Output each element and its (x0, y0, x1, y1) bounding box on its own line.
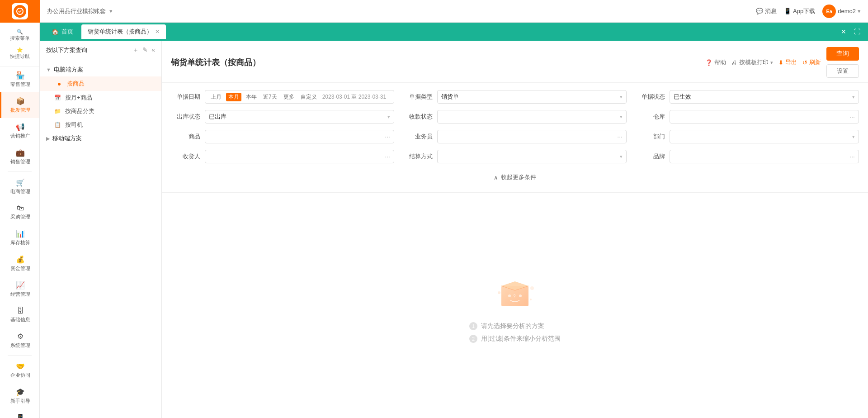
tab-close-all-btn[interactable]: ✕ (838, 26, 849, 37)
sidebar-item-finance[interactable]: 💰 资金管理 (0, 251, 39, 276)
filter-item-department: 部门 ▾ (636, 130, 859, 143)
date-tab-custom[interactable]: 自定义 (299, 93, 319, 101)
sidebar-item-inventory[interactable]: 📊 库存核算 (0, 225, 39, 251)
enterprise-label: 企业协同 (10, 372, 30, 379)
tree-item-by-month-goods[interactable]: 📅 按月+商品 (40, 91, 161, 104)
by-goods-cat-icon: 📁 (53, 108, 61, 114)
sidebar-item-ecom[interactable]: 🛒 电商管理 (0, 174, 39, 200)
desktop-scheme-group: ▼ 电脑端方案 ● 按商品 📅 按月+商品 📁 按商品分类 (40, 63, 161, 132)
delivery-value: 已出库 (209, 113, 387, 121)
tab-home[interactable]: 🏠 首页 (45, 24, 80, 39)
add-scheme-btn[interactable]: ＋ (132, 46, 139, 54)
svg-point-5 (508, 294, 511, 297)
collapse-chevron-icon: ∧ (494, 174, 498, 181)
purchase-icon: 🛍 (17, 204, 24, 212)
warehouse-dots-icon[interactable]: ··· (849, 113, 855, 120)
delivery-arrow-icon: ▾ (387, 114, 390, 120)
marketing-icon: 📢 (16, 123, 25, 131)
goods-control[interactable]: ··· (205, 130, 394, 143)
salesperson-control[interactable]: ··· (437, 130, 627, 143)
sidebar-item-retail[interactable]: 🏪 零售管理 (0, 66, 39, 92)
tab-close-btn[interactable]: ✕ (155, 28, 160, 35)
brand-dots-icon[interactable]: ··· (849, 153, 855, 160)
sidebar: 🔍 搜索菜单 ⭐ 快捷导航 🏪 零售管理 📦 批发管理 📢 营销推广 💼 销售管… (0, 0, 40, 418)
sidebar-item-purchase[interactable]: 🛍 采购管理 (0, 200, 39, 225)
tree-item-by-goods-cat[interactable]: 📁 按商品分类 (40, 104, 161, 118)
sidebar-item-marketing[interactable]: 📢 营销推广 (0, 118, 39, 144)
print-label: 按模板打印 (739, 58, 769, 66)
collapse-panel-btn[interactable]: « (151, 46, 155, 54)
settlement-control[interactable]: ▾ (437, 150, 627, 163)
export-btn[interactable]: ⬇ 导出 (778, 58, 797, 66)
goods-dots-icon[interactable]: ··· (385, 133, 390, 140)
star-icon: ⭐ (17, 47, 23, 53)
doctype-value: 销货单 (441, 93, 620, 101)
delivery-label: 出库状态 (171, 113, 200, 121)
date-filter-control[interactable]: 上月 本月 本年 近7天 更多 自定义 2023-03-01 至 2023-03… (205, 90, 394, 104)
refresh-btn[interactable]: ↺ 刷新 (802, 58, 821, 66)
sidebar-item-system[interactable]: ⚙ 系统管理 (0, 328, 39, 353)
basic-label: 基础信息 (10, 316, 30, 323)
dropdown-icon[interactable]: ▾ (109, 8, 113, 14)
date-tab-last-month[interactable]: 上月 (209, 93, 223, 101)
sidebar-item-operation[interactable]: 📈 经营管理 (0, 276, 39, 302)
svg-point-9 (530, 299, 532, 300)
edit-scheme-btn[interactable]: ✎ (142, 46, 148, 54)
query-settings-group: 查询 设置 (826, 47, 859, 78)
quick-nav-item[interactable]: ⭐ 快捷导航 (0, 44, 39, 62)
tree-item-by-cashier[interactable]: 📋 按司机 (40, 118, 161, 132)
mobile-scheme-header[interactable]: ▶ 移动端方案 (40, 132, 161, 145)
page-title: 销货单统计表（按商品） (171, 57, 260, 68)
filter-item-goods: 商品 ··· (171, 130, 394, 143)
collapse-btn[interactable]: ∧ 收起更多条件 (171, 170, 859, 185)
department-control[interactable]: ▾ (670, 130, 859, 143)
newbie-label: 新手引导 (10, 398, 30, 404)
empty-icon: ? (492, 268, 538, 313)
app-download-btn[interactable]: 📱 App下载 (784, 7, 815, 15)
print-dropdown-icon[interactable]: ▾ (770, 60, 773, 66)
filter-item-salesperson: 业务员 ··· (403, 130, 627, 143)
right-content: 销货单统计表（按商品） ❓ 帮助 🖨 按模板打印 ▾ ⬇ 导出 (162, 41, 868, 418)
industry-dropdown[interactable]: 办公用品行业模拟账套 (47, 7, 106, 15)
sidebar-item-sales[interactable]: 💼 销售管理 (0, 144, 39, 170)
topbar-left: 办公用品行业模拟账套 ▾ (47, 7, 113, 15)
settings-btn[interactable]: 设置 (826, 64, 859, 78)
by-cashier-icon: 📋 (53, 122, 61, 128)
left-panel-header-icons: ＋ ✎ « (132, 46, 155, 54)
sidebar-item-appcenter[interactable]: 📱 应用中心 (0, 409, 39, 418)
newbie-icon: 🎓 (16, 388, 25, 396)
sidebar-item-enterprise[interactable]: 🤝 企业协同 (0, 357, 39, 383)
message-btn[interactable]: 💬 消息 (756, 7, 777, 15)
date-tab-this-month[interactable]: 本月 (226, 93, 241, 101)
desktop-scheme-header[interactable]: ▼ 电脑端方案 (40, 63, 161, 76)
tab-maximize-btn[interactable]: ⛶ (852, 26, 863, 37)
settlement-arrow-icon: ▾ (620, 154, 623, 160)
collection-control[interactable]: ▾ (437, 110, 627, 124)
filter-row-4: 收货人 ··· 结算方式 ▾ (171, 150, 859, 163)
tree-item-by-goods[interactable]: ● 按商品 (40, 76, 161, 91)
delivery-control[interactable]: 已出库 ▾ (205, 110, 394, 124)
user-menu[interactable]: Ea demo2 ▾ (822, 5, 861, 18)
print-btn[interactable]: 🖨 按模板打印 ▾ (731, 58, 773, 66)
sidebar-item-basic[interactable]: 🗄 基础信息 (0, 302, 39, 328)
sidebar-item-wholesale[interactable]: 📦 批发管理 (0, 92, 39, 118)
warehouse-control[interactable]: ··· (670, 110, 859, 124)
recipient-control[interactable]: ··· (205, 150, 394, 163)
date-tab-this-year[interactable]: 本年 (244, 93, 259, 101)
date-tab-7days[interactable]: 近7天 (261, 93, 279, 101)
docstatus-control[interactable]: 已生效 ▾ (670, 90, 859, 104)
query-btn[interactable]: 查询 (826, 47, 859, 61)
search-menu-item[interactable]: 🔍 搜索菜单 (0, 26, 39, 44)
help-btn[interactable]: ❓ 帮助 (705, 58, 726, 66)
recipient-dots-icon[interactable]: ··· (385, 153, 390, 160)
date-tab-more[interactable]: 更多 (282, 93, 296, 101)
inventory-label: 库存核算 (10, 239, 30, 246)
collection-label: 收款状态 (403, 113, 433, 121)
tab-sales-stats[interactable]: 销货单统计表（按商品） ✕ (81, 24, 166, 39)
salesperson-dots-icon[interactable]: ··· (617, 133, 623, 140)
search-icon: 🔍 (17, 29, 23, 35)
logo-icon (12, 3, 28, 19)
brand-control[interactable]: ··· (670, 150, 859, 163)
sidebar-item-newbie[interactable]: 🎓 新手引导 (0, 383, 39, 409)
doctype-control[interactable]: 销货单 ▾ (437, 90, 627, 104)
